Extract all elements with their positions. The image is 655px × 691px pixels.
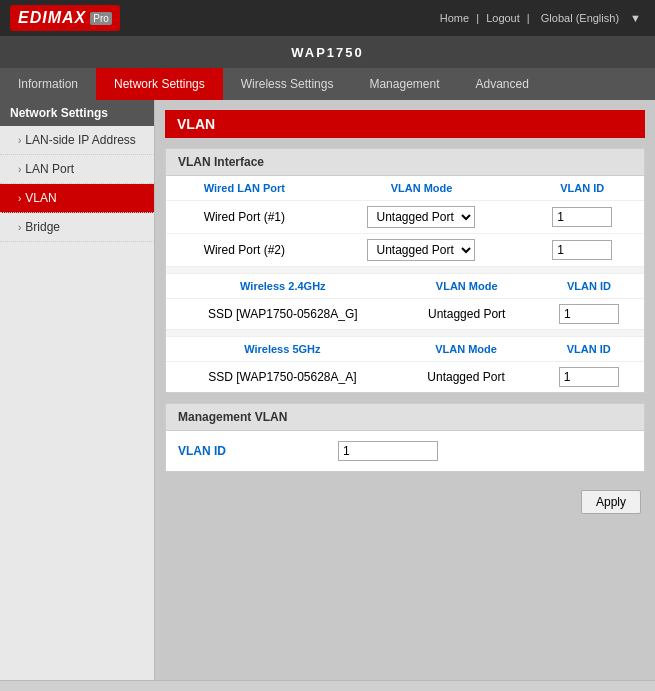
- sidebar-label-vlan: VLAN: [25, 191, 56, 205]
- w24-col-id: VLAN ID: [534, 274, 644, 299]
- wired-port-1-label: Wired Port (#1): [166, 201, 323, 234]
- w5-col-port: Wireless 5GHz: [166, 337, 399, 362]
- w5-id-cell: [533, 362, 644, 393]
- vlan-interface-header: VLAN Interface: [166, 149, 644, 176]
- nav-network-settings[interactable]: Network Settings: [96, 68, 223, 100]
- w24-col-mode: VLAN Mode: [400, 274, 534, 299]
- arrow-icon: ›: [18, 135, 21, 146]
- arrow-icon: ›: [18, 222, 21, 233]
- content: VLAN VLAN Interface Wired LAN Port VLAN …: [155, 100, 655, 680]
- mgmt-vlan-row: VLAN ID: [166, 431, 644, 471]
- nav: Information Network Settings Wireless Se…: [0, 68, 655, 100]
- device-bar: WAP1750: [0, 36, 655, 68]
- w5-col-mode: VLAN Mode: [399, 337, 534, 362]
- w5-mode-value: Untagged Port: [427, 370, 504, 384]
- section-divider: [166, 266, 644, 274]
- management-vlan-section: Management VLAN VLAN ID: [165, 403, 645, 472]
- wired-port-2-mode-cell: Untagged Port Tagged Port Not Member: [323, 234, 521, 267]
- language-selector[interactable]: Global (English): [541, 12, 619, 24]
- wired-col-mode: VLAN Mode: [323, 176, 521, 201]
- wired-col-port: Wired LAN Port: [166, 176, 323, 201]
- w5-mode-cell: Untagged Port: [399, 362, 534, 393]
- wired-port-2-id-input[interactable]: [552, 240, 612, 260]
- w5-ssid-label: SSD [WAP1750-05628A_A]: [166, 362, 399, 393]
- device-name: WAP1750: [10, 45, 645, 60]
- header: EDIMAX Pro Home | Logout | Global (Engli…: [0, 0, 655, 36]
- table-row: Wired Port (#2) Untagged Port Tagged Por…: [166, 234, 644, 267]
- wireless-24-table: Wireless 2.4GHz VLAN Mode VLAN ID SSD [W…: [166, 274, 644, 329]
- sidebar-item-bridge[interactable]: › Bridge: [0, 213, 154, 242]
- section-divider-2: [166, 329, 644, 337]
- wired-port-2-id-cell: [520, 234, 644, 267]
- w24-mode-value: Untagged Port: [428, 307, 505, 321]
- sidebar-label-lan-port: LAN Port: [25, 162, 74, 176]
- logo-box: EDIMAX Pro: [10, 5, 120, 31]
- logout-link[interactable]: Logout: [486, 12, 520, 24]
- logo-text: EDIMAX: [18, 9, 86, 27]
- w24-mode-cell: Untagged Port: [400, 299, 534, 330]
- nav-information[interactable]: Information: [0, 68, 96, 100]
- arrow-icon: ›: [18, 193, 21, 204]
- wired-port-1-id-input[interactable]: [552, 207, 612, 227]
- mgmt-vlan-label: VLAN ID: [178, 444, 338, 458]
- w5-col-id: VLAN ID: [533, 337, 644, 362]
- apply-row: Apply: [165, 482, 645, 522]
- apply-button[interactable]: Apply: [581, 490, 641, 514]
- sidebar-label-lan-ip: LAN-side IP Address: [25, 133, 136, 147]
- nav-advanced[interactable]: Advanced: [457, 68, 546, 100]
- wired-port-1-mode-select[interactable]: Untagged Port Tagged Port Not Member: [367, 206, 475, 228]
- page-title: VLAN: [165, 110, 645, 138]
- wired-port-1-id-cell: [520, 201, 644, 234]
- sidebar-item-lan-port[interactable]: › LAN Port: [0, 155, 154, 184]
- table-row: SSD [WAP1750-05628A_A] Untagged Port: [166, 362, 644, 393]
- arrow-icon: ›: [18, 164, 21, 175]
- w24-id-input[interactable]: [559, 304, 619, 324]
- sidebar-label-bridge: Bridge: [25, 220, 60, 234]
- nav-wireless-settings[interactable]: Wireless Settings: [223, 68, 352, 100]
- wired-table: Wired LAN Port VLAN Mode VLAN ID Wired P…: [166, 176, 644, 266]
- wired-port-2-label: Wired Port (#2): [166, 234, 323, 267]
- wired-port-2-mode-select[interactable]: Untagged Port Tagged Port Not Member: [367, 239, 475, 261]
- header-links: Home | Logout | Global (English) ▼: [440, 12, 645, 24]
- wireless-5-table: Wireless 5GHz VLAN Mode VLAN ID SSD [WAP…: [166, 337, 644, 392]
- sidebar-item-lan-ip[interactable]: › LAN-side IP Address: [0, 126, 154, 155]
- wired-port-1-mode-cell: Untagged Port Tagged Port Not Member: [323, 201, 521, 234]
- w24-col-port: Wireless 2.4GHz: [166, 274, 400, 299]
- table-row: SSD [WAP1750-05628A_G] Untagged Port: [166, 299, 644, 330]
- sidebar-title: Network Settings: [0, 100, 154, 126]
- w5-id-input[interactable]: [559, 367, 619, 387]
- home-link[interactable]: Home: [440, 12, 469, 24]
- w24-id-cell: [534, 299, 644, 330]
- language-chevron-icon[interactable]: ▼: [630, 12, 641, 24]
- mgmt-vlan-id-input[interactable]: [338, 441, 438, 461]
- table-row: Wired Port (#1) Untagged Port Tagged Por…: [166, 201, 644, 234]
- sidebar: Network Settings › LAN-side IP Address ›…: [0, 100, 155, 680]
- footer: Copyright 2014 © EDIMAX Technology Co., …: [0, 680, 655, 691]
- main-layout: Network Settings › LAN-side IP Address ›…: [0, 100, 655, 680]
- logo-area: EDIMAX Pro: [10, 5, 120, 31]
- wired-col-id: VLAN ID: [520, 176, 644, 201]
- management-vlan-header: Management VLAN: [166, 404, 644, 431]
- vlan-interface-section: VLAN Interface Wired LAN Port VLAN Mode …: [165, 148, 645, 393]
- logo-pro: Pro: [90, 12, 112, 25]
- w24-ssid-label: SSD [WAP1750-05628A_G]: [166, 299, 400, 330]
- nav-management[interactable]: Management: [351, 68, 457, 100]
- sidebar-item-vlan[interactable]: › VLAN: [0, 184, 154, 213]
